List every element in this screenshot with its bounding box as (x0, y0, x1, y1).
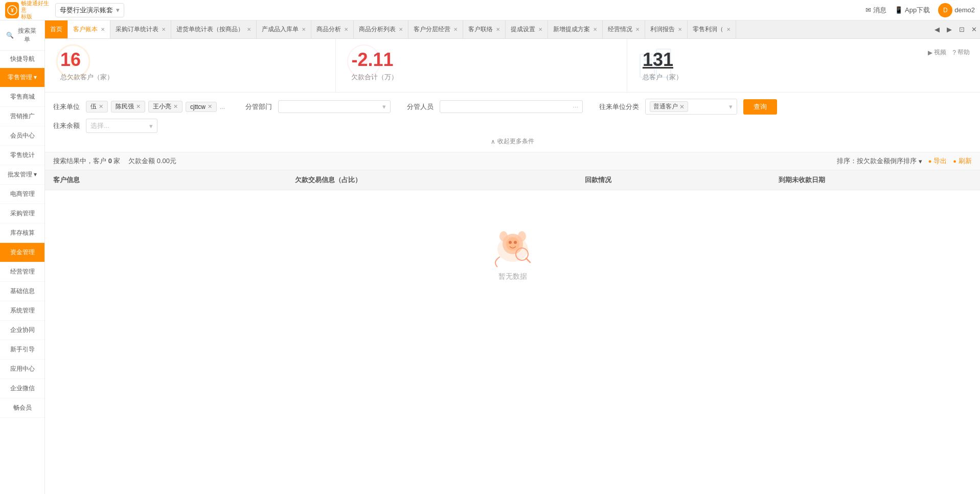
stat-card-customers: 131 总客户（家） (627, 39, 918, 92)
app-download-label: App下载 (905, 6, 930, 15)
tab-customer-contact[interactable]: 客户联络 ✕ (463, 20, 506, 39)
page-content: ¥ 16 总欠款客户（家） ❋ -2.11 欠款合计（万） (45, 39, 980, 494)
export-button[interactable]: ● 导出 (928, 156, 947, 166)
sidebar-item-vip-member[interactable]: 畅会员 (0, 398, 44, 418)
quick-nav-button[interactable]: 快捷导航 (0, 51, 44, 68)
quick-nav-label: 快捷导航 (10, 55, 35, 62)
remove-tag-2[interactable]: ✕ (136, 103, 141, 110)
sidebar-item-new-user[interactable]: 新手引导 (0, 340, 44, 360)
unit-category-select[interactable]: 普通客户 ✕ ▾ (645, 99, 737, 115)
tab-profit-report[interactable]: 利润报告 ✕ (645, 20, 688, 39)
sidebar-item-basic-info[interactable]: 基础信息 (0, 282, 44, 301)
tab-product-entry[interactable]: 产成品入库单 ✕ (257, 20, 311, 39)
remove-category[interactable]: ✕ (679, 103, 685, 110)
app-download-button[interactable]: 📱 App下载 (895, 6, 930, 15)
svg-point-20 (514, 241, 517, 244)
tab-retail-profit[interactable]: 零售利润（ ✕ (688, 20, 736, 39)
close-tab-product-analysis-list[interactable]: ✕ (399, 27, 403, 32)
remove-tag-1[interactable]: ✕ (99, 103, 103, 110)
sidebar-item-retail-mall[interactable]: 零售商城 (0, 87, 44, 107)
balance-label: 往来余额 (53, 121, 80, 130)
sidebar-item-retail-stats[interactable]: 零售统计 (0, 146, 44, 165)
svg-rect-10 (644, 63, 647, 66)
sidebar-item-app-center[interactable]: 应用中心 (0, 360, 44, 379)
close-tab-operations-status[interactable]: ✕ (635, 27, 640, 32)
tab-purchase-stats-by-product[interactable]: 进货单统计表（按商品） ✕ (171, 20, 257, 39)
sidebar-item-retail-management[interactable]: 零售管理 ▾ (0, 68, 44, 87)
sidebar-item-purchase[interactable]: 采购管理 (0, 204, 44, 223)
table-col-header-3: 回款情况 (585, 175, 778, 185)
tab-customer-account-label: 客户账本 (73, 25, 98, 34)
dept-select[interactable]: ▾ (278, 100, 391, 113)
sidebar-item-wholesale[interactable]: 批发管理 ▾ (0, 165, 44, 185)
tab-customer-segment[interactable]: 客户分层经营 ✕ (408, 20, 463, 39)
close-tab-promotion-settings[interactable]: ✕ (538, 27, 542, 32)
close-tab-product-analysis[interactable]: ✕ (344, 27, 348, 32)
query-button[interactable]: 查询 (743, 99, 777, 115)
sidebar-item-finance[interactable]: 资金管理 (0, 243, 44, 262)
search-menu-label: 搜索菜单 (16, 27, 38, 44)
message-button[interactable]: ✉ 消息 (865, 6, 886, 15)
search-icon: 🔍 (6, 32, 14, 39)
close-tab-purchase-stats-by-product[interactable]: ✕ (247, 27, 251, 32)
unit-category-label: 往来单位分类 (599, 102, 639, 111)
table-col-header-1: 客户信息 (53, 175, 295, 185)
sort-button[interactable]: 排序：按欠款金额倒序排序 ▾ (837, 156, 922, 166)
tab-scroll-right[interactable]: ▶ (943, 20, 955, 39)
sidebar-item-marketing[interactable]: 营销推广 (0, 107, 44, 126)
sidebar: 🔍 搜索菜单 快捷导航 零售管理 ▾ 零售商城 营销推广 会员中心 零售统计 (0, 20, 45, 494)
sidebar-item-enterprise-wechat[interactable]: 企业微信 (0, 379, 44, 398)
tab-purchase-stats-by-product-label: 进货单统计表（按商品） (176, 25, 244, 34)
close-tab-purchase-order-stats[interactable]: ✕ (162, 27, 166, 32)
person-select[interactable]: ··· (440, 100, 583, 113)
tab-purchase-order-stats[interactable]: 采购订单统计表 ✕ (110, 20, 171, 39)
filter-tag-2: 陈民强 ✕ (111, 101, 145, 113)
tab-home[interactable]: 首页 (45, 20, 68, 39)
sidebar-item-members[interactable]: 会员中心 (0, 126, 44, 146)
refresh-label: 刷新 (959, 156, 972, 166)
sidebar-item-enterprise-collab[interactable]: 企业协同 (0, 321, 44, 340)
chevron-down-icon-sort: ▾ (919, 158, 922, 165)
close-tab-product-entry[interactable]: ✕ (302, 27, 306, 32)
store-selector[interactable]: 母婴行业演示账套 ▾ (55, 3, 124, 17)
tab-new-promotion-plan[interactable]: 新增提成方案 ✕ (548, 20, 603, 39)
sidebar-item-inventory[interactable]: 库存核算 (0, 223, 44, 243)
tab-product-analysis[interactable]: 商品分析 ✕ (311, 20, 354, 39)
chevron-down-icon-category: ▾ (729, 103, 733, 110)
sidebar-item-operations[interactable]: 经营管理 (0, 262, 44, 282)
remove-tag-3[interactable]: ✕ (173, 103, 178, 110)
video-button[interactable]: ▶ 视频 (928, 48, 946, 57)
sidebar-item-ecommerce[interactable]: 电商管理 (0, 185, 44, 204)
tab-product-analysis-label: 商品分析 (316, 25, 341, 34)
svg-rect-11 (649, 63, 652, 66)
close-tab-profit-report[interactable]: ✕ (678, 27, 682, 32)
remove-tag-4[interactable]: ✕ (208, 103, 212, 110)
balance-select[interactable]: 选择... ▾ (86, 119, 157, 133)
search-menu-button[interactable]: 🔍 搜索菜单 (4, 25, 40, 46)
circle-icon-export: ● (928, 158, 932, 164)
collapse-button[interactable]: ∧ 收起更多条件 (53, 137, 972, 146)
filter-more[interactable]: ... (220, 103, 225, 110)
unit-label: 往来单位 (53, 102, 80, 111)
tab-product-analysis-list[interactable]: 商品分析列表 ✕ (354, 20, 408, 39)
close-tab-retail-profit[interactable]: ✕ (726, 27, 731, 32)
tab-operations-status[interactable]: 经营情况 ✕ (603, 20, 645, 39)
user-profile[interactable]: D demo2 (938, 3, 975, 17)
close-tab-customer-account[interactable]: ✕ (101, 27, 105, 32)
tab-customer-account[interactable]: 客户账本 ✕ (68, 20, 110, 39)
close-tab-new-promotion-plan[interactable]: ✕ (593, 27, 597, 32)
tab-close-all-icon[interactable]: ✕ (968, 20, 980, 39)
tab-promotion-settings[interactable]: 提成设置 ✕ (506, 20, 548, 39)
table-header: 客户信息 欠款交易信息（占比） 回款情况 到期未收款日期 (45, 170, 980, 190)
svg-text:¥: ¥ (11, 8, 14, 13)
tab-scroll-left[interactable]: ◀ (931, 20, 943, 39)
close-tab-customer-contact[interactable]: ✕ (496, 27, 500, 32)
sidebar-item-system[interactable]: 系统管理 (0, 301, 44, 321)
refresh-button[interactable]: ● 刷新 (953, 156, 972, 166)
avatar: D (938, 3, 952, 17)
download-icon: 📱 (895, 6, 903, 14)
tab-window-icon[interactable]: ⊡ (955, 20, 968, 39)
filter-tag-3: 王小亮 ✕ (148, 101, 183, 113)
help-button[interactable]: ? 帮助 (952, 48, 970, 57)
close-tab-customer-segment[interactable]: ✕ (453, 27, 458, 32)
